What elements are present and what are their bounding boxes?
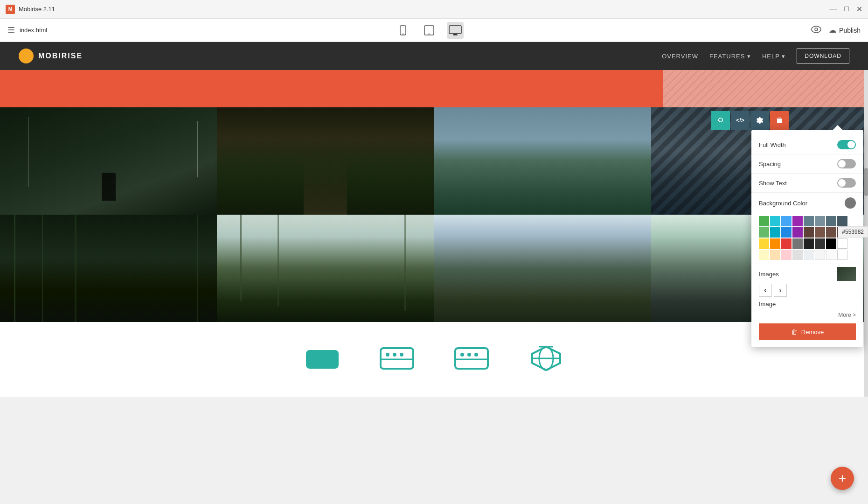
color-purple-2[interactable] [792,227,803,238]
color-near-white[interactable] [815,250,825,260]
color-purple-dark[interactable] [792,216,803,226]
feature-icon-1-svg [304,345,341,373]
spacing-toggle[interactable] [837,159,856,168]
icons-section [0,322,868,397]
color-pure-white[interactable] [837,250,847,260]
color-grey[interactable] [792,238,803,249]
menu-button[interactable]: ☰ [7,25,15,35]
nav-download[interactable]: DOWNLOAD [797,49,849,63]
next-button[interactable]: › [774,284,787,297]
tablet-view-button[interactable] [421,22,437,39]
close-button[interactable]: ✕ [856,5,862,14]
svg-point-5 [812,26,821,33]
filename-label: index.html [20,27,47,34]
color-blue[interactable] [781,216,792,226]
color-blue-grey[interactable] [804,216,814,226]
window-controls[interactable]: — □ ✕ [829,5,862,14]
color-cyan[interactable] [770,216,780,226]
minimize-button[interactable]: — [829,5,837,14]
svg-point-6 [815,28,818,31]
svg-point-11 [400,353,403,357]
nav-overview[interactable]: OVERVIEW [662,53,698,60]
spacing-row: Spacing [751,154,863,174]
bg-color-swatch[interactable] [845,197,856,209]
app-logo: M [6,5,15,14]
feature-icon-2-svg [378,344,416,372]
hex-text: #553982 [842,229,864,235]
toolbar: ☰ index.html [0,19,868,42]
feature-icon-3-svg [453,344,490,372]
color-brown[interactable] [804,227,814,238]
color-teal[interactable] [770,227,780,238]
nav-help[interactable]: HELP ▾ [762,53,785,60]
desktop-view-button[interactable] [447,22,464,39]
color-almost-white[interactable] [826,250,836,260]
color-row-3 [759,238,856,249]
code-button[interactable]: </> [731,111,750,130]
color-light-grey[interactable] [792,250,803,260]
show-text-label: Show Text [759,180,787,187]
svg-rect-4 [449,26,461,34]
color-light-orange[interactable] [770,250,780,260]
site-navbar: MOBIRISE OVERVIEW FEATURES ▾ HELP ▾ DOWN… [0,42,868,70]
publish-button[interactable]: ☁ Publish [829,26,861,35]
color-dark-grey[interactable] [826,216,836,226]
color-light-green[interactable] [759,227,769,238]
carousel-controls: ‹ › [759,284,856,297]
color-dark[interactable] [815,238,825,249]
color-light-red[interactable] [781,250,792,260]
color-darkest[interactable] [826,238,836,249]
color-lightyellow[interactable] [759,250,769,260]
color-brown-2[interactable] [815,227,825,238]
show-text-toggle[interactable] [837,178,856,188]
color-black[interactable] [804,238,814,249]
gallery-grid [0,107,868,322]
full-width-toggle[interactable] [837,140,856,149]
more-link[interactable]: More > [838,312,856,318]
nav-features[interactable]: FEATURES ▾ [709,53,751,60]
images-row: Images [759,267,856,281]
titlebar-left: M Mobirise 2.11 [6,5,55,14]
color-row-1 [759,216,856,226]
color-blue-2[interactable] [781,227,792,238]
show-text-row: Show Text [751,174,863,193]
svg-point-15 [467,353,471,357]
gallery-section: </> [0,107,868,322]
remove-button[interactable]: 🗑 Remove [759,323,856,340]
color-lightest-grey[interactable] [804,250,814,260]
svg-point-10 [393,353,396,357]
refresh-button[interactable] [711,111,730,130]
svg-point-14 [460,353,464,357]
color-darkest-grey[interactable] [837,216,847,226]
add-fab-button[interactable]: + [831,467,854,490]
delete-button[interactable] [770,111,789,130]
svg-rect-3 [428,34,430,35]
svg-rect-7 [306,350,339,369]
color-white[interactable] [837,238,847,249]
color-blue-grey-2[interactable] [815,216,825,226]
mobile-view-button[interactable] [395,22,411,39]
gallery-cell-1 [0,107,217,215]
logo-text: MOBIRISE [38,52,83,60]
color-brown-3[interactable] [826,227,836,238]
maximize-button[interactable]: □ [844,5,849,14]
gallery-cell-2 [217,107,434,215]
cloud-icon: ☁ [829,26,836,35]
toolbar-left: ☰ index.html [7,25,47,35]
color-yellow[interactable] [759,238,769,249]
scrollbar-thumb[interactable] [864,168,868,196]
remove-section: 🗑 Remove [751,322,863,347]
images-label: Images [759,271,779,278]
prev-button[interactable]: ‹ [759,284,772,297]
trash-icon: 🗑 [791,328,798,336]
panel-arrow [833,125,842,130]
color-red[interactable] [781,238,792,249]
remove-label: Remove [801,329,824,336]
color-green[interactable] [759,216,769,226]
preview-button[interactable] [811,25,821,35]
settings-button[interactable] [750,111,769,130]
panel-inner: Full Width Spacing Show Text Background … [751,130,863,347]
color-orange[interactable] [770,238,780,249]
images-section: Images ‹ › [751,264,863,299]
device-switcher [395,22,464,39]
